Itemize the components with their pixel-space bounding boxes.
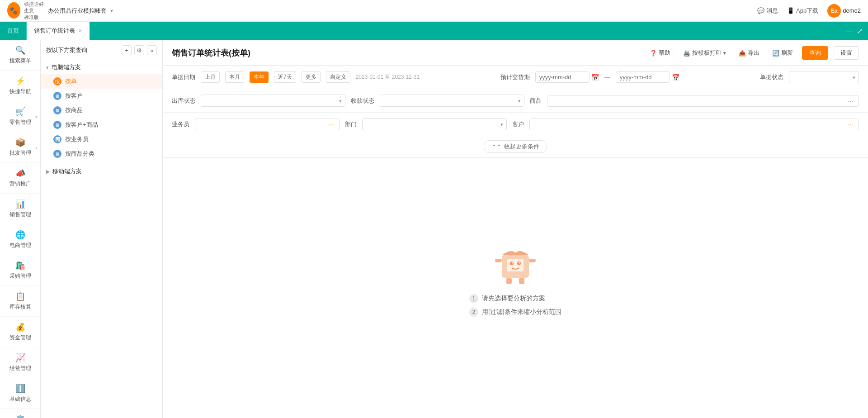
tab-home[interactable]: 首页 bbox=[0, 22, 27, 40]
page-title: 销售订单统计表(按单) bbox=[172, 48, 250, 58]
sidebar-item-retail[interactable]: 🛒 零售管理 ▾ bbox=[0, 101, 40, 132]
nav-tabs: 首页 销售订单统计表 × — ⤢ bbox=[0, 22, 868, 40]
tab-sales-order-stats[interactable]: 销售订单统计表 × bbox=[27, 22, 90, 40]
app-download-button[interactable]: 📱 App下载 bbox=[787, 7, 818, 15]
page-actions: ❓ 帮助 🖨️ 按模板打印 📤 导出 bbox=[646, 46, 859, 60]
message-icon: 💬 bbox=[757, 7, 764, 14]
top-center: 办公用品行业模拟账套 ▾ bbox=[48, 7, 757, 15]
workspace-arrow-icon: ▾ bbox=[110, 8, 113, 14]
collapse-button[interactable]: ⌃⌃ 收起更多条件 bbox=[484, 140, 547, 153]
tree-item-by-customer-goods[interactable]: ▦ 按客户+商品 bbox=[41, 118, 162, 132]
payment-input[interactable] bbox=[380, 95, 524, 107]
empty-hint-2: 2 用[过滤]条件来缩小分析范围 bbox=[469, 308, 561, 317]
message-button[interactable]: 💬 消息 bbox=[757, 7, 778, 15]
tab-close-icon[interactable]: × bbox=[79, 28, 82, 34]
sidebar-item-inventory[interactable]: 📋 库存核算 bbox=[0, 286, 40, 317]
page-title-row: 销售订单统计表(按单) ❓ 帮助 🖨️ 按模板打印 📤 bbox=[172, 46, 859, 60]
retail-icon: 🛒 bbox=[15, 107, 25, 117]
date-btn-7days[interactable]: 近7天 bbox=[274, 71, 296, 83]
sidebar-item-wholesale[interactable]: 📦 批发管理 ▴ bbox=[0, 132, 40, 163]
salesperson-label: 业务员 bbox=[172, 120, 189, 128]
tree-item-by-goods-category[interactable]: ▦ 按商品分类 bbox=[41, 147, 162, 161]
empty-illustration bbox=[488, 233, 542, 287]
tree-item-by-order[interactable]: 按 按单 bbox=[41, 74, 162, 89]
tree-item-icon-by-gc: ▦ bbox=[53, 150, 61, 158]
dept-input[interactable] bbox=[362, 118, 507, 130]
sidebar-item-finance[interactable]: 💰 资金管理 bbox=[0, 317, 40, 347]
tree-item-by-customer[interactable]: ▦ 按客户 bbox=[41, 89, 162, 103]
maximize-icon[interactable]: ⤢ bbox=[857, 27, 863, 35]
delivery-select-wrap: ▾ bbox=[201, 95, 345, 107]
date-btn-last-month[interactable]: 上月 bbox=[201, 71, 220, 83]
export-button[interactable]: 📤 导出 bbox=[735, 47, 763, 59]
sidebar-item-quicknav[interactable]: ⚡ 快捷导航 bbox=[0, 71, 40, 101]
tree-section-pc-header[interactable]: ▾ 电脑端方案 bbox=[41, 61, 162, 74]
export-icon: 📤 bbox=[739, 50, 746, 57]
customer-dots-button[interactable]: ··· bbox=[846, 121, 855, 128]
sidebar-item-sales[interactable]: 📊 销售管理 bbox=[0, 194, 40, 224]
sidebar-item-system[interactable]: ⚙️ 系统管理 bbox=[0, 409, 40, 418]
tab-window-actions: — ⤢ bbox=[840, 27, 868, 35]
tree-item-by-salesperson[interactable]: 📊 按业务员 bbox=[41, 132, 162, 147]
goods-dots-button[interactable]: ··· bbox=[846, 97, 855, 104]
workspace-name[interactable]: 办公用品行业模拟账套 bbox=[48, 7, 107, 15]
hint-num-1: 1 bbox=[469, 294, 478, 303]
svg-rect-8 bbox=[506, 278, 512, 284]
sidebar-item-purchase[interactable]: 🛍️ 采购管理 bbox=[0, 255, 40, 286]
settings-button[interactable]: 设置 bbox=[834, 46, 859, 60]
top-right: 💬 消息 📱 App下载 Ea demo2 bbox=[757, 4, 861, 18]
purchase-icon: 🛍️ bbox=[15, 261, 25, 271]
sidebar-item-marketing[interactable]: 📣 营销推广 bbox=[0, 163, 40, 194]
refresh-button[interactable]: 🔄 刷新 bbox=[769, 47, 797, 59]
help-button[interactable]: ❓ 帮助 bbox=[646, 47, 674, 59]
customer-input[interactable] bbox=[533, 121, 846, 128]
tree-item-by-goods[interactable]: ▦ 按商品 bbox=[41, 103, 162, 118]
sidebar-item-ecommerce[interactable]: 🌐 电商管理 bbox=[0, 224, 40, 255]
filter-row-1: 单据日期 上月 本月 本年 近7天 更多 自定义 2023-01-01 至 20… bbox=[163, 66, 868, 89]
minimize-icon[interactable]: — bbox=[846, 27, 853, 35]
salesperson-dots-button[interactable]: ··· bbox=[326, 121, 335, 128]
print-icon: 🖨️ bbox=[683, 50, 690, 57]
date-btn-this-month[interactable]: 本月 bbox=[225, 71, 244, 83]
help-icon: ❓ bbox=[650, 50, 657, 57]
expected-date-from[interactable] bbox=[535, 71, 590, 83]
sidebar-item-operations[interactable]: 📈 经营管理 bbox=[0, 347, 40, 378]
print-button[interactable]: 🖨️ 按模板打印 bbox=[679, 47, 730, 59]
salesperson-input[interactable] bbox=[199, 121, 326, 128]
date-range-display: 2023-01-01 至 2023-12-31 bbox=[356, 73, 420, 81]
svg-point-5 bbox=[519, 262, 520, 263]
tree-item-icon-by-cg: ▦ bbox=[53, 121, 61, 129]
collapse-bar: ⌃⌃ 收起更多条件 bbox=[163, 136, 868, 158]
date-label: 单据日期 bbox=[172, 73, 195, 81]
calendar-to-icon[interactable]: 📅 bbox=[672, 74, 679, 81]
tree-section-mobile-header[interactable]: ▶ 移动端方案 bbox=[41, 165, 162, 178]
right-content: 销售订单统计表(按单) ❓ 帮助 🖨️ 按模板打印 📤 bbox=[163, 40, 868, 418]
goods-input-wrap[interactable]: ··· bbox=[547, 95, 859, 107]
collapse-tree-button[interactable]: « bbox=[147, 45, 157, 55]
user-profile[interactable]: Ea demo2 bbox=[827, 4, 861, 18]
date-btn-custom[interactable]: 自定义 bbox=[326, 71, 350, 83]
app-icon: 📱 bbox=[787, 7, 794, 14]
expected-date-to[interactable] bbox=[616, 71, 670, 83]
add-scheme-button[interactable]: + bbox=[122, 45, 132, 55]
delivery-input[interactable] bbox=[201, 95, 345, 107]
svg-point-4 bbox=[512, 262, 513, 263]
goods-input[interactable] bbox=[551, 97, 846, 104]
refresh-icon: 🔄 bbox=[772, 50, 779, 57]
scheme-settings-button[interactable]: ⚙ bbox=[134, 45, 144, 55]
status-input[interactable] bbox=[789, 71, 859, 83]
date-btn-this-year[interactable]: 本年 bbox=[250, 71, 269, 83]
filter-row-3: 业务员 ··· 部门 ▾ 客户 ··· bbox=[163, 113, 868, 136]
query-button[interactable]: 查询 bbox=[802, 46, 828, 60]
main-content: 按以下方案查询 + ⚙ « ▾ 电脑端方案 按 bbox=[41, 40, 868, 418]
calendar-from-icon[interactable]: 📅 bbox=[591, 74, 599, 81]
date-btn-more[interactable]: 更多 bbox=[302, 71, 321, 83]
salesperson-input-wrap[interactable]: ··· bbox=[195, 119, 340, 130]
customer-input-wrap[interactable]: ··· bbox=[529, 119, 859, 130]
sidebar-item-basic[interactable]: ℹ️ 基础信息 bbox=[0, 378, 40, 409]
customer-label: 客户 bbox=[512, 120, 524, 128]
page-header: 销售订单统计表(按单) ❓ 帮助 🖨️ 按模板打印 📤 bbox=[163, 40, 868, 66]
payment-label: 收款状态 bbox=[351, 97, 374, 105]
sub-panel: 按以下方案查询 + ⚙ « ▾ 电脑端方案 按 bbox=[41, 40, 868, 418]
sidebar-item-search[interactable]: 🔍 搜索菜单 bbox=[0, 40, 40, 71]
